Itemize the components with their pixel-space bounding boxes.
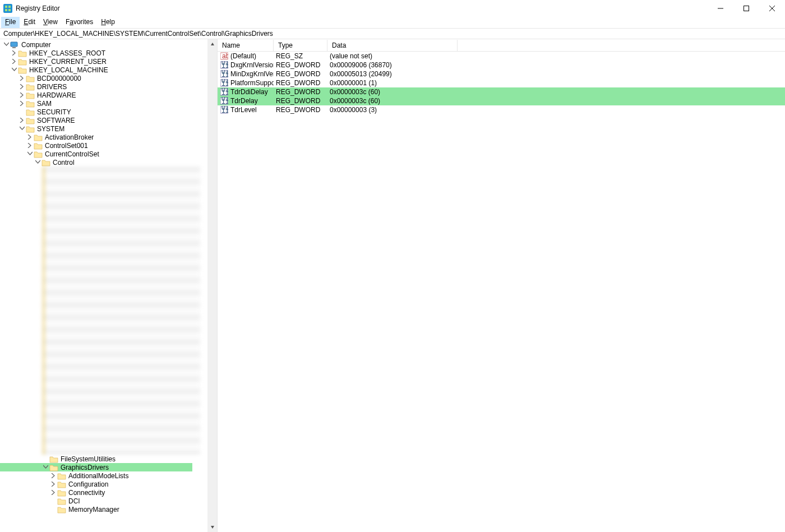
list-row[interactable]: TdrDelayREG_DWORD0x0000003c (60) — [218, 96, 785, 105]
tree-item-configuration[interactable]: Configuration — [0, 480, 217, 488]
cell-name: PlatformSupport... — [218, 79, 274, 87]
tree-view[interactable]: Computer HKEY_CLASSES_ROOT HKEY_CURRENT_… — [0, 39, 217, 515]
folder-icon — [26, 75, 35, 82]
tree-item-hklm[interactable]: HKEY_LOCAL_MACHINE — [0, 66, 217, 74]
list-row[interactable]: TdrLevelREG_DWORD0x00000003 (3) — [218, 105, 785, 114]
folder-icon — [18, 58, 27, 66]
tree-item-system[interactable]: SYSTEM — [0, 124, 217, 133]
list-row[interactable]: PlatformSupport...REG_DWORD0x00000001 (1… — [218, 78, 785, 87]
dword-value-icon — [220, 97, 229, 105]
value-name: PlatformSupport... — [230, 79, 274, 87]
tree-item-hkcu[interactable]: HKEY_CURRENT_USER — [0, 57, 217, 66]
tree-item-bcd[interactable]: BCD00000000 — [0, 74, 217, 82]
value-name: TdrLevel — [230, 106, 257, 114]
chevron-right-icon[interactable] — [26, 142, 34, 150]
value-name: DxgKrnlVersion — [230, 61, 274, 69]
tree-item-drivers[interactable]: DRIVERS — [0, 82, 217, 91]
cell-name: TdrLevel — [218, 106, 274, 114]
list-row[interactable]: DxgKrnlVersionREG_DWORD0x00009006 (36870… — [218, 61, 785, 70]
value-name: TdrDelay — [230, 97, 258, 105]
column-header-name[interactable]: Name — [218, 40, 274, 51]
menu-file[interactable]: File — [1, 17, 20, 28]
tree-item-computer[interactable]: Computer — [0, 40, 217, 49]
column-header-data[interactable]: Data — [327, 40, 458, 51]
address-text: Computer\HKEY_LOCAL_MACHINE\SYSTEM\Curre… — [3, 30, 273, 38]
tree-item-memorymanager[interactable]: MemoryManager — [0, 505, 217, 514]
menu-edit[interactable]: Edit — [20, 17, 39, 28]
tree-label: SYSTEM — [36, 125, 66, 133]
tree-item-currentcontrolset[interactable]: CurrentControlSet — [0, 150, 217, 158]
tree-item-hardware[interactable]: HARDWARE — [0, 91, 217, 99]
list-row[interactable]: MinDxgKrnlVersi...REG_DWORD0x00005013 (2… — [218, 70, 785, 78]
chevron-right-icon[interactable] — [18, 91, 26, 99]
close-button[interactable] — [759, 0, 785, 17]
tree-item-activationbroker[interactable]: ActivationBroker — [0, 133, 217, 141]
list-header: Name Type Data — [218, 39, 785, 52]
tree-item-graphicsdrivers[interactable]: GraphicsDrivers — [0, 463, 192, 471]
menu-favorites[interactable]: Favorites — [62, 17, 97, 28]
chevron-right-icon[interactable] — [49, 480, 57, 488]
menu-bar: File Edit View Favorites Help — [0, 17, 785, 28]
folder-icon — [26, 117, 35, 124]
chevron-right-icon[interactable] — [18, 100, 26, 108]
tree-item-filesystemutilities[interactable]: FileSystemUtilities — [0, 455, 217, 463]
list-row[interactable]: (Default)REG_SZ(value not set) — [218, 52, 785, 61]
chevron-right-icon[interactable] — [49, 472, 57, 480]
tree-item-connectivity[interactable]: Connectivity — [0, 488, 217, 497]
chevron-down-icon[interactable] — [10, 66, 18, 74]
chevron-right-icon[interactable] — [26, 133, 34, 141]
tree-item-additionalmodelists[interactable]: AdditionalModeLists — [0, 471, 217, 480]
scroll-down-button[interactable] — [207, 522, 217, 532]
chevron-right-icon[interactable] — [10, 49, 18, 57]
tree-label: HKEY_CURRENT_USER — [28, 58, 108, 66]
dword-value-icon — [220, 61, 229, 69]
value-name: MinDxgKrnlVersi... — [230, 70, 274, 78]
tree-label: Control — [52, 159, 76, 166]
folder-icon — [57, 506, 66, 514]
cell-name: (Default) — [218, 52, 274, 60]
tree-label: AdditionalModeLists — [67, 472, 130, 480]
address-bar[interactable]: Computer\HKEY_LOCAL_MACHINE\SYSTEM\Curre… — [0, 28, 785, 39]
tree-item-sam[interactable]: SAM — [0, 99, 217, 108]
maximize-button[interactable] — [733, 0, 759, 17]
minimize-button[interactable] — [708, 0, 733, 17]
tree-item-hkcr[interactable]: HKEY_CLASSES_ROOT — [0, 49, 217, 57]
menu-help[interactable]: Help — [97, 17, 119, 28]
folder-icon — [26, 100, 35, 108]
tree-item-controlset001[interactable]: ControlSet001 — [0, 141, 217, 150]
chevron-down-icon[interactable] — [41, 464, 49, 471]
chevron-down-icon[interactable] — [2, 41, 10, 49]
tree-item-dci[interactable]: DCI — [0, 497, 217, 505]
dword-value-icon — [220, 88, 229, 96]
chevron-right-icon[interactable] — [18, 117, 26, 124]
title-bar: Registry Editor — [0, 0, 785, 17]
tree-item-software[interactable]: SOFTWARE — [0, 116, 217, 124]
folder-icon — [34, 150, 43, 158]
chevron-right-icon[interactable] — [18, 75, 26, 82]
tree-label: HARDWARE — [36, 91, 77, 99]
chevron-down-icon[interactable] — [26, 150, 34, 158]
chevron-down-icon[interactable] — [18, 125, 26, 133]
chevron-right-icon[interactable] — [49, 489, 57, 497]
chevron-right-icon[interactable] — [10, 58, 18, 66]
tree-scrollbar[interactable] — [207, 39, 217, 532]
app-icon — [3, 4, 12, 13]
cell-type: REG_DWORD — [274, 79, 327, 87]
tree-label: Connectivity — [67, 489, 106, 497]
folder-icon — [57, 472, 66, 480]
folder-icon — [26, 125, 35, 133]
column-header-type[interactable]: Type — [274, 40, 327, 51]
tree-label: SECURITY — [36, 108, 72, 116]
menu-view[interactable]: View — [39, 17, 62, 28]
scroll-up-button[interactable] — [207, 39, 217, 49]
chevron-down-icon[interactable] — [34, 159, 41, 166]
cell-data: 0x00000003 (3) — [327, 106, 458, 114]
folder-icon — [26, 108, 35, 116]
folder-icon — [18, 66, 27, 74]
folder-icon — [34, 142, 43, 150]
chevron-right-icon[interactable] — [18, 83, 26, 91]
tree-item-control[interactable]: Control — [0, 158, 217, 166]
tree-item-security[interactable]: SECURITY — [0, 108, 217, 116]
list-body[interactable]: (Default)REG_SZ(value not set)DxgKrnlVer… — [218, 52, 785, 114]
list-row[interactable]: TdrDdiDelayREG_DWORD0x0000003c (60) — [218, 87, 785, 96]
